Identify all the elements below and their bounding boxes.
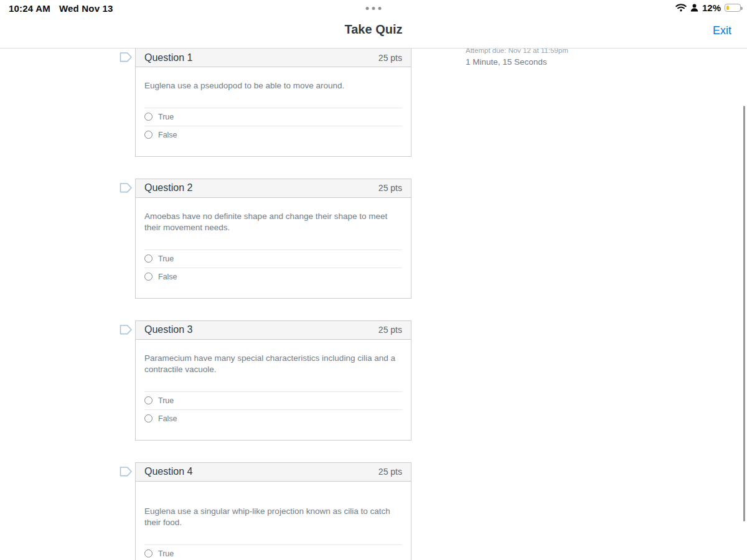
option-label: False (158, 273, 177, 281)
radio-icon (144, 273, 153, 281)
question-card: Question 1 25 pts Euglena use a pseudopo… (135, 48, 411, 157)
option-label: True (158, 113, 174, 121)
status-time: 10:24 AM (9, 3, 50, 14)
question-text: Euglena use a pseudopod to be able to mo… (144, 80, 402, 92)
question-body: Euglena use a pseudopod to be able to mo… (136, 67, 411, 156)
question-1: Question 1 25 pts Euglena use a pseudopo… (135, 48, 411, 157)
answer-option-false[interactable]: False (144, 409, 402, 427)
question-header: Question 1 25 pts (136, 49, 411, 67)
question-header: Question 3 25 pts (136, 321, 411, 340)
answer-option-true[interactable]: True (144, 544, 402, 560)
top-chrome: 10:24 AMWed Nov 13 12% Take Quiz Exit (0, 0, 747, 49)
wifi-icon (675, 4, 687, 12)
answer-option-true[interactable]: True (144, 391, 402, 409)
flag-icon (119, 465, 133, 478)
quiz-meta: Attempt due: Nov 12 at 11:59pm 1 Minute,… (466, 47, 568, 67)
question-card: Question 4 25 pts Euglena use a singular… (135, 462, 411, 560)
battery-icon (725, 4, 741, 12)
flag-icon (119, 324, 133, 336)
flag-question-button[interactable] (119, 465, 133, 478)
option-label: True (158, 549, 174, 558)
status-time-date: 10:24 AMWed Nov 13 (9, 3, 113, 14)
question-points: 25 pts (378, 467, 402, 477)
radio-icon (144, 396, 153, 404)
battery-percent: 12% (702, 2, 721, 13)
scrollbar[interactable] (743, 106, 745, 521)
flag-question-button[interactable] (119, 324, 133, 337)
flag-icon (119, 51, 133, 63)
flag-question-button[interactable] (119, 182, 133, 195)
question-list: Question 1 25 pts Euglena use a pseudopo… (135, 48, 411, 560)
answer-option-false[interactable]: False (144, 268, 402, 286)
status-date: Wed Nov 13 (59, 3, 113, 14)
status-bar: 10:24 AMWed Nov 13 12% (0, 2, 747, 16)
question-points: 25 pts (378, 183, 402, 193)
question-text: Euglena use a singular whip-like project… (144, 506, 402, 529)
question-title: Question 1 (144, 52, 192, 63)
question-points: 25 pts (378, 53, 402, 63)
question-body: Amoebas have no definite shape and chang… (136, 198, 411, 298)
page-title: Take Quiz (0, 22, 747, 37)
question-text: Paramecium have many special characteris… (144, 353, 402, 376)
radio-icon (144, 414, 153, 422)
question-body: Paramecium have many special characteris… (136, 340, 411, 440)
answer-option-true[interactable]: True (144, 250, 402, 268)
question-title: Question 3 (144, 324, 192, 335)
question-points: 25 pts (378, 325, 402, 335)
radio-icon (144, 254, 153, 263)
question-text: Amoebas have no definite shape and chang… (144, 211, 402, 234)
question-title: Question 4 (144, 466, 192, 477)
option-label: False (158, 414, 177, 423)
person-icon (690, 4, 698, 12)
question-body: Euglena use a singular whip-like project… (136, 482, 411, 560)
multitask-dots-icon (366, 7, 382, 10)
radio-icon (144, 113, 153, 121)
radio-icon (144, 131, 153, 139)
question-card: Question 3 25 pts Paramecium have many s… (135, 320, 411, 441)
option-label: True (158, 254, 174, 263)
status-right: 12% (675, 2, 741, 13)
answer-option-true[interactable]: True (144, 108, 402, 126)
exit-button[interactable]: Exit (713, 24, 731, 37)
question-2: Question 2 25 pts Amoebas have no defini… (135, 179, 411, 299)
option-label: True (158, 396, 174, 405)
question-header: Question 4 25 pts (136, 463, 411, 482)
question-card: Question 2 25 pts Amoebas have no defini… (135, 179, 411, 299)
question-header: Question 2 25 pts (136, 179, 411, 198)
flag-question-button[interactable] (119, 51, 133, 64)
quiz-timer: 1 Minute, 15 Seconds (466, 57, 568, 67)
question-4: Question 4 25 pts Euglena use a singular… (135, 462, 411, 560)
answer-option-false[interactable]: False (144, 126, 402, 144)
option-label: False (158, 131, 177, 139)
question-title: Question 2 (144, 182, 192, 194)
radio-icon (144, 549, 153, 558)
flag-icon (119, 182, 133, 194)
question-3: Question 3 25 pts Paramecium have many s… (135, 320, 411, 441)
